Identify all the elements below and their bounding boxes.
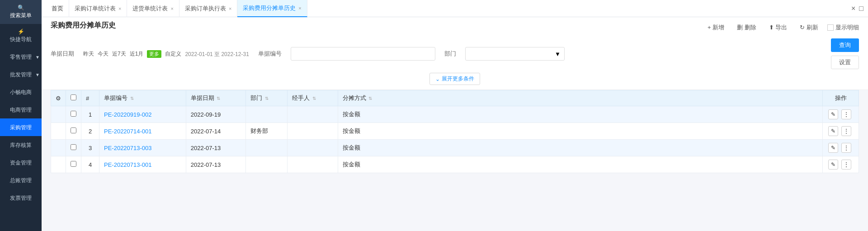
doc-no-input[interactable] — [291, 47, 435, 61]
shortcut-yesterday[interactable]: 昨天 — [83, 50, 94, 58]
filter-row-1: 单据日期 昨天 今天 近7天 近1月 更多 自定义 2022-01-01 至 2… — [51, 38, 859, 69]
sidebar-item-ecommerce[interactable]: 电商管理 — [0, 101, 42, 118]
tab-purchase-order-stats[interactable]: 采购订单统计表 × — [69, 0, 127, 17]
sidebar-label-purchase: 采购管理 — [4, 124, 38, 132]
doc-no-label: 单据编号 — [258, 50, 282, 58]
sort-split-method-icon: ⇅ — [368, 96, 372, 101]
row-doc-date-0: 2022-09-19 — [186, 106, 246, 123]
sidebar-item-quicknav[interactable]: ⚡ 快捷导航 — [0, 24, 42, 48]
sidebar-label-search: 搜索菜单 — [4, 12, 38, 19]
main-content: 首页 采购订单统计表 × 进货单统计表 × 采购订单执行表 × 采购费用分摊单历… — [42, 0, 868, 231]
row-action-3: ✎ ⋮ — [823, 156, 859, 173]
sidebar-item-finance[interactable]: 资金管理 — [0, 154, 42, 171]
table-area: ⚙ # 单据编号 ⇅ 单据日期 ⇅ — [42, 90, 868, 231]
table-row: 3 PE-20220713-003 2022-07-13 按金额 ✎ ⋮ — [51, 140, 859, 156]
row-gear-2 — [51, 140, 66, 156]
th-gear[interactable]: ⚙ — [51, 90, 66, 106]
sidebar-label-invoice: 发票管理 — [4, 194, 38, 202]
dept-select[interactable]: ▼ — [465, 47, 565, 61]
row-checkbox-2[interactable] — [71, 144, 76, 150]
show-detail-checkbox[interactable] — [827, 24, 834, 31]
row-check-2 — [66, 140, 81, 156]
th-doc-date[interactable]: 单据日期 ⇅ — [186, 90, 246, 106]
row-handler-3 — [288, 156, 338, 173]
shortcut-1month[interactable]: 近1月 — [130, 50, 144, 58]
tab-close-window[interactable]: × — [851, 5, 855, 13]
th-doc-no-label: 单据编号 — [104, 94, 127, 101]
sidebar-item-search[interactable]: 🔍 搜索菜单 — [0, 0, 42, 24]
shortcut-today[interactable]: 今天 — [98, 50, 108, 58]
more-btn-2[interactable]: ⋮ — [841, 143, 851, 153]
settings-button[interactable]: 设置 — [831, 56, 859, 69]
row-check-0 — [66, 106, 81, 123]
edit-btn-2[interactable]: ✎ — [828, 143, 838, 153]
doc-no-link-2[interactable]: PE-20220713-003 — [104, 145, 152, 151]
select-all-checkbox[interactable] — [71, 94, 76, 100]
sidebar-item-ledger[interactable]: 总账管理 — [0, 171, 42, 189]
tab-close-purchase-order-stats[interactable]: × — [118, 6, 121, 11]
tab-purchase-fee-history[interactable]: 采购费用分摊单历史 × — [237, 0, 307, 17]
edit-btn-1[interactable]: ✎ — [828, 126, 838, 136]
doc-no-link-1[interactable]: PE-20220714-001 — [104, 128, 152, 135]
row-checkbox-3[interactable] — [71, 161, 76, 167]
refresh-button[interactable]: ↻ 刷新 — [796, 22, 822, 33]
th-split-method[interactable]: 分摊方式 ⇅ — [338, 90, 822, 106]
sidebar-item-purchase[interactable]: 采购管理 — [0, 118, 42, 136]
expand-conditions-button[interactable]: ⌄ 展开更多条件 — [429, 73, 480, 85]
tab-purchase-order-stats-label: 采购订单统计表 — [75, 5, 116, 13]
row-split-method-3: 按金额 — [338, 156, 822, 173]
row-no-2: 3 — [81, 140, 99, 156]
sidebar: 🔍 搜索菜单 ⚡ 快捷导航 零售管理 ▼ 批发管理 ▼ 小畅电商 电商管理 采购… — [0, 0, 42, 231]
edit-btn-0[interactable]: ✎ — [828, 109, 838, 119]
sidebar-item-invoice[interactable]: 发票管理 — [0, 189, 42, 207]
page-title: 采购费用分摊单历史 — [51, 21, 116, 30]
export-button[interactable]: ⬆ 导出 — [765, 22, 791, 33]
th-check — [66, 90, 81, 106]
doc-no-link-0[interactable]: PE-20220919-002 — [104, 111, 152, 118]
chevron-down-expand-icon: ⌄ — [435, 76, 440, 82]
shortcut-more[interactable]: 更多 — [147, 50, 161, 58]
row-dept-2 — [246, 140, 288, 156]
row-doc-no-2: PE-20220713-003 — [99, 140, 186, 156]
th-doc-no[interactable]: 单据编号 ⇅ — [99, 90, 186, 106]
filter-area: 单据日期 昨天 今天 近7天 近1月 更多 自定义 2022-01-01 至 2… — [42, 34, 868, 90]
sidebar-item-inventory[interactable]: 库存核算 — [0, 136, 42, 154]
row-checkbox-1[interactable] — [71, 127, 76, 133]
data-table: ⚙ # 单据编号 ⇅ 单据日期 ⇅ — [51, 90, 859, 173]
table-row: 4 PE-20220713-001 2022-07-13 按金额 ✎ ⋮ — [51, 156, 859, 173]
tab-purchase-order-exec[interactable]: 采购订单执行表 × — [179, 0, 237, 17]
row-no-0: 1 — [81, 106, 99, 123]
more-btn-3[interactable]: ⋮ — [841, 160, 851, 170]
edit-btn-3[interactable]: ✎ — [828, 160, 838, 170]
sidebar-item-wholesale[interactable]: 批发管理 ▼ — [0, 66, 42, 83]
doc-no-link-3[interactable]: PE-20220713-001 — [104, 161, 152, 168]
shortcut-custom[interactable]: 自定义 — [165, 50, 181, 58]
show-detail-checkbox-label[interactable]: 显示明细 — [827, 24, 859, 32]
sidebar-item-miniapp[interactable]: 小畅电商 — [0, 83, 42, 101]
tab-maximize-window[interactable]: □ — [859, 5, 863, 13]
date-filter-label: 单据日期 — [51, 50, 74, 58]
th-doc-date-label: 单据日期 — [191, 94, 214, 101]
tab-home[interactable]: 首页 — [46, 0, 69, 17]
delete-button[interactable]: 删 删除 — [733, 22, 760, 33]
shortcut-7days[interactable]: 近7天 — [112, 50, 126, 58]
th-handler[interactable]: 经手人 ⇅ — [288, 90, 338, 106]
row-checkbox-0[interactable] — [71, 111, 76, 117]
tab-close-inbound-stats[interactable]: × — [170, 6, 173, 11]
tab-close-purchase-order-exec[interactable]: × — [229, 6, 231, 11]
tab-inbound-stats-label: 进货单统计表 — [132, 5, 168, 13]
more-btn-1[interactable]: ⋮ — [841, 126, 851, 136]
tab-inbound-stats[interactable]: 进货单统计表 × — [127, 0, 179, 17]
sidebar-label-inventory: 库存核算 — [4, 141, 38, 149]
add-button[interactable]: + 新增 — [704, 22, 728, 33]
sidebar-label-retail: 零售管理 — [4, 53, 38, 61]
sidebar-label-finance: 资金管理 — [4, 159, 38, 167]
tab-bar: 首页 采购订单统计表 × 进货单统计表 × 采购订单执行表 × 采购费用分摊单历… — [42, 0, 868, 17]
more-btn-0[interactable]: ⋮ — [841, 109, 851, 119]
tab-close-purchase-fee-history[interactable]: × — [298, 5, 301, 11]
th-dept[interactable]: 部门 ⇅ — [246, 90, 288, 106]
row-action-0: ✎ ⋮ — [823, 106, 859, 123]
sidebar-item-retail[interactable]: 零售管理 ▼ — [0, 48, 42, 66]
sort-handler-icon: ⇅ — [312, 96, 316, 101]
query-button[interactable]: 查询 — [831, 38, 859, 52]
